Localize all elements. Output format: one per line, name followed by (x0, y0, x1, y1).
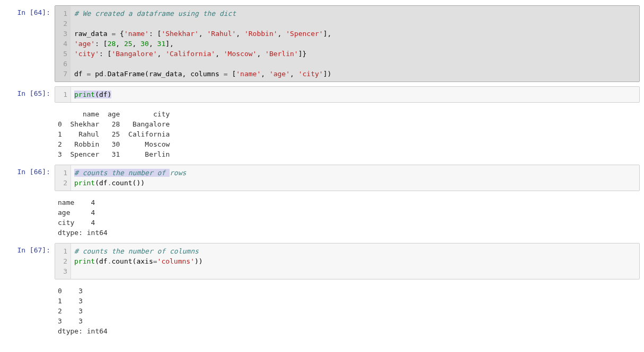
output-prompt (4, 284, 55, 336)
code-content[interactable]: print(df) (71, 87, 639, 102)
input-prompt: In [65]: (4, 86, 55, 103)
code-content[interactable]: # counts the number of columns print(df.… (71, 243, 639, 279)
output-cell: name 4 age 4 city 4 dtype: int64 (4, 195, 640, 238)
line-number-gutter: 1 (55, 87, 71, 102)
line-number-gutter: 123 (55, 243, 71, 279)
code-cell: In [67]:123# counts the number of column… (4, 243, 640, 279)
input-prompt: In [64]: (4, 5, 55, 82)
output-cell: 0 3 1 3 2 3 3 3 dtype: int64 (4, 284, 640, 336)
code-input-area[interactable]: 12# counts the number of rows print(df.c… (55, 165, 640, 191)
code-input-area[interactable]: 1print(df) (55, 86, 640, 103)
code-content[interactable]: # counts the number of rows print(df.cou… (71, 165, 639, 191)
line-number-gutter: 12 (55, 165, 71, 191)
code-input-area[interactable]: 123# counts the number of columns print(… (55, 243, 640, 279)
line-number-gutter: 1234567 (55, 6, 71, 82)
input-prompt: In [66]: (4, 165, 55, 191)
output-cell: name age city 0 Shekhar 28 Bangalore 1 R… (4, 107, 640, 159)
jupyter-notebook: In [64]:1234567# We created a dataframe … (4, 5, 640, 336)
code-cell: In [64]:1234567# We created a dataframe … (4, 5, 640, 82)
input-prompt: In [67]: (4, 243, 55, 279)
code-cell: In [65]:1print(df) (4, 86, 640, 103)
code-cell: In [66]:12# counts the number of rows pr… (4, 165, 640, 191)
output-text: name age city 0 Shekhar 28 Bangalore 1 R… (55, 107, 640, 159)
output-text: name 4 age 4 city 4 dtype: int64 (55, 195, 640, 238)
output-prompt (4, 195, 55, 238)
output-text: 0 3 1 3 2 3 3 3 dtype: int64 (55, 284, 640, 336)
code-content[interactable]: # We created a dataframe using the dict … (71, 6, 639, 82)
code-input-area[interactable]: 1234567# We created a dataframe using th… (55, 5, 640, 82)
output-prompt (4, 107, 55, 159)
